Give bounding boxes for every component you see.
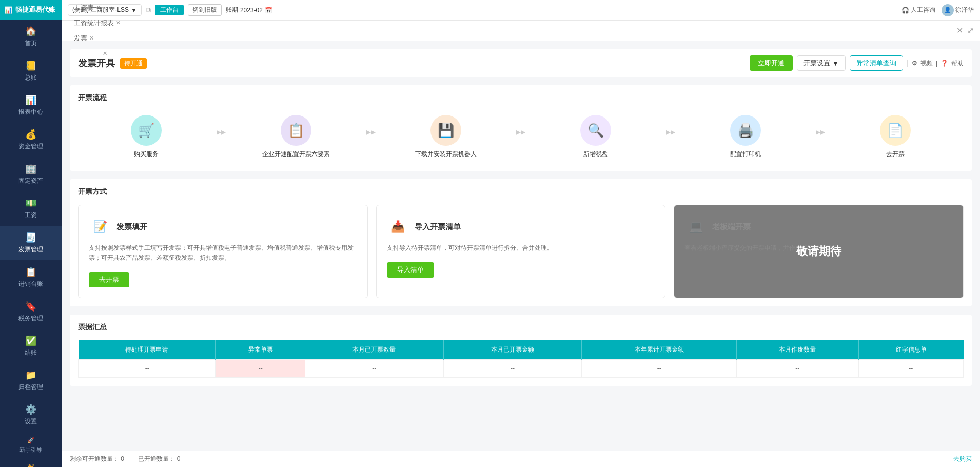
sidebar-label: 报表中心: [18, 108, 43, 116]
sidebar-bottom-item-新手引导[interactable]: 🚀新手引导: [0, 432, 62, 459]
restore-icon[interactable]: ⤢: [967, 26, 974, 35]
tab-工资表[interactable]: 工资表✕: [68, 0, 127, 15]
process-step-2: 💾 下载并安装开票机器人: [378, 115, 514, 159]
method-header-1: 📥 导入开票清单: [387, 216, 655, 238]
process-step-4: 🖨️ 配置打印机: [677, 115, 814, 159]
sidebar-label: 工资: [25, 211, 37, 220]
summary-section: 票据汇总 待处理开票申请异常单票本月已开票数量本月已开票金额本年累计开票金额本月…: [70, 315, 972, 386]
step-arrow-0: ▸▸: [217, 126, 226, 148]
step-label-4: 配置打印机: [730, 150, 761, 159]
sidebar-bottom-item-畅会员[interactable]: 👑畅会员: [0, 459, 62, 467]
settings-label: 开票设置: [803, 59, 830, 68]
sidebar: 📊 畅捷通易代账 🏠首页📒总账📊报表中心💰资金管理🏢固定资产💵工资🧾发票管理📋进…: [0, 0, 62, 467]
separator: |: [936, 60, 937, 67]
step-icon-5: 📄: [880, 115, 911, 146]
back-btn[interactable]: 切到旧版: [188, 4, 222, 16]
sidebar-label: 首页: [25, 39, 37, 48]
immediate-open-btn[interactable]: 立即开通: [750, 55, 793, 71]
sidebar-item-进销台账[interactable]: 📋进销台账: [0, 260, 62, 295]
sidebar-item-发票管理[interactable]: 🧾发票管理: [0, 226, 62, 260]
tab-label: 工资统计报表: [74, 18, 114, 28]
used-value: 0: [177, 455, 181, 462]
step-label-1: 企业开通配置开票六要素: [262, 150, 330, 159]
method-btn-0[interactable]: 去开票: [89, 272, 129, 287]
summary-col-header: 本月已开票数量: [305, 340, 443, 360]
summary-table: 待处理开票申请异常单票本月已开票数量本月已开票金额本年累计开票金额本月作废数量红…: [78, 340, 964, 378]
tab-close-icon[interactable]: ✕: [116, 20, 121, 26]
tab-close-icon[interactable]: ✕: [103, 66, 107, 72]
method-card-2: 💻 老板端开票 查看老板端小程序提交的开票申请，并作出相应处理建议。 敬请期待: [674, 205, 964, 298]
step-label-3: 新增税盘: [583, 150, 608, 159]
sidebar-item-税务管理[interactable]: 🔖税务管理: [0, 295, 62, 329]
step-icon-2: 💾: [430, 115, 461, 146]
sidebar-icon: 🔖: [25, 301, 36, 312]
process-step-0: 🛒 购买服务: [78, 115, 214, 159]
sidebar-icon: 📊: [25, 94, 36, 106]
summary-col-header: 红字信息单: [858, 340, 963, 360]
sidebar-item-总账[interactable]: 📒总账: [0, 54, 62, 88]
sidebar-item-工资[interactable]: 💵工资: [0, 191, 62, 226]
sidebar-bottom-nav: 🚀新手引导👑畅会员: [0, 432, 62, 467]
sidebar-item-结账[interactable]: ✅结账: [0, 329, 62, 363]
minimize-icon[interactable]: ✕: [956, 26, 963, 35]
sidebar-item-首页[interactable]: 🏠首页: [0, 20, 62, 54]
sidebar-item-固定资产[interactable]: 🏢固定资产: [0, 157, 62, 191]
page-actions: 立即开通 开票设置 ▼ 异常清单查询 ⚙ 视频 | ❓ 帮助: [750, 55, 964, 71]
workstation-btn[interactable]: 工作台: [155, 5, 184, 15]
step-icon-1: 📋: [281, 115, 311, 146]
step-arrow-4: ▸▸: [816, 126, 825, 148]
sidebar-icon: 💰: [25, 129, 36, 140]
sidebar-item-设置[interactable]: ⚙️设置: [0, 398, 62, 432]
step-icon-0: 🛒: [131, 115, 162, 146]
sidebar-icon: ✅: [25, 335, 36, 346]
method-btn-1[interactable]: 导入清单: [387, 262, 434, 278]
tabbar-controls: ✕ ⤢: [956, 26, 974, 35]
abnormal-query-btn[interactable]: 异常清单查询: [850, 55, 903, 71]
summary-col-header: 待处理开票申请: [79, 340, 216, 360]
remaining-label: 剩余可开通数量：: [70, 455, 119, 462]
method-title-0: 发票填开: [116, 222, 147, 232]
summary-cell-1: --: [216, 360, 305, 378]
period-label: 账期: [226, 6, 238, 14]
main-content: (勿删) 江西服室-LSS ▼ ⧉ 工作台 切到旧版 账期 2023-02 📅 …: [62, 0, 980, 467]
step-arrow-3: ▸▸: [666, 126, 675, 148]
buy-link[interactable]: 去购买: [953, 455, 972, 462]
sidebar-icon: 📁: [25, 369, 36, 381]
status-badge: 待开通: [120, 58, 147, 69]
methods-section: 开票方式 📝 发票填开 支持按照发票样式手工填写开发票；可开具增值税电子普通发票…: [70, 179, 972, 306]
chevron-down-icon: ▼: [131, 7, 137, 14]
tab-label: 工资表: [74, 3, 94, 12]
settings-btn[interactable]: 开票设置 ▼: [797, 55, 846, 71]
sidebar-item-归档管理[interactable]: 📁归档管理: [0, 363, 62, 398]
summary-cell-0: --: [79, 360, 216, 378]
calendar-icon[interactable]: 📅: [265, 7, 272, 14]
support-label: 人工咨询: [911, 6, 935, 14]
sidebar-item-资金管理[interactable]: 💰资金管理: [0, 123, 62, 157]
user-profile[interactable]: 👤 徐泽华: [942, 4, 974, 16]
copy-icon[interactable]: ⧉: [146, 6, 151, 14]
step-arrow-2: ▸▸: [516, 126, 525, 148]
sidebar-icon: 🏢: [25, 163, 36, 174]
support-btn[interactable]: 🎧 人工咨询: [901, 6, 935, 14]
bottom-right: 去购买: [953, 455, 972, 463]
step-label-5: 去开票: [886, 150, 905, 159]
process-step-3: 🔍 新增税盘: [527, 115, 664, 159]
sidebar-item-报表中心[interactable]: 📊报表中心: [0, 88, 62, 123]
tab-工资统计报表[interactable]: 工资统计报表✕: [68, 15, 127, 31]
method-title-1: 导入开票清单: [415, 222, 461, 232]
sidebar-icon: 📋: [25, 266, 36, 278]
method-desc-0: 支持按照发票样式手工填写开发票；可开具增值税电子普通发票、增值税普通发票、增值税…: [89, 243, 357, 263]
bottom-bar: 剩余可开通数量： 0 已开通数量： 0 去购买: [62, 451, 980, 467]
tab-close-icon[interactable]: ✕: [103, 50, 107, 57]
process-step-5: 📄 去开票: [827, 115, 964, 159]
help-label: 帮助: [951, 59, 964, 68]
method-card-1: 📥 导入开票清单 支持导入待开票清单，可对待开票清单进行拆分、合并处理。 导入清…: [376, 205, 666, 298]
tab-close-icon[interactable]: ✕: [96, 4, 101, 11]
summary-col-header: 异常单票: [216, 340, 305, 360]
sidebar-icon: ⚙️: [25, 404, 36, 415]
tab-close-icon[interactable]: ✕: [89, 35, 94, 42]
page-content: 发票开具 待开通 立即开通 开票设置 ▼ 异常清单查询 ⚙ 视频 | ❓ 帮助: [62, 41, 980, 451]
method-icon-0: 📝: [89, 216, 111, 238]
divider: [907, 60, 908, 67]
sidebar-icon: 💵: [25, 198, 36, 209]
